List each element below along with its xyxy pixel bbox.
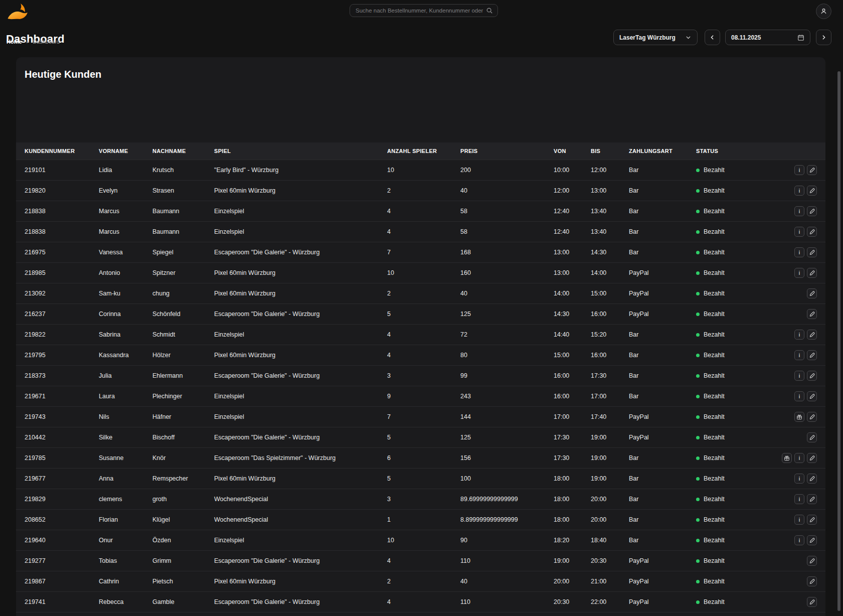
edit-button[interactable]	[807, 474, 817, 484]
edit-button[interactable]	[807, 494, 817, 504]
cell-nachname: Gamble	[152, 598, 214, 605]
info-button[interactable]: i	[794, 165, 804, 175]
table-row: 219677AnnaRemspecherPixel 60min Würzburg…	[16, 468, 825, 489]
info-button[interactable]: i	[794, 268, 804, 278]
edit-button[interactable]	[807, 453, 817, 463]
cell-nachname: Bischoff	[152, 434, 214, 441]
info-button[interactable]: i	[794, 350, 804, 360]
cell-vorname: Corinna	[99, 311, 152, 318]
status-label: Bezahlt	[704, 496, 725, 503]
edit-button[interactable]	[807, 350, 817, 360]
cell-von: 18:00	[554, 516, 591, 523]
info-button[interactable]: i	[794, 227, 804, 237]
info-button[interactable]: i	[794, 391, 804, 401]
user-account-button[interactable]	[816, 4, 831, 19]
column-header: BIS	[591, 148, 629, 154]
info-button[interactable]: i	[794, 453, 804, 463]
info-button[interactable]: i	[794, 186, 804, 196]
info-button[interactable]: i	[794, 494, 804, 504]
cell-zahlungsart: PayPal	[629, 413, 696, 420]
gift-button[interactable]	[782, 453, 792, 463]
cell-preis: 99	[460, 372, 554, 379]
cell-von: 17:30	[554, 434, 591, 441]
edit-button[interactable]	[807, 330, 817, 340]
section-title: Heutige Kunden	[25, 69, 101, 80]
search-input[interactable]	[355, 7, 486, 14]
info-button[interactable]: i	[794, 206, 804, 216]
cell-preis: 125	[460, 434, 554, 441]
edit-button[interactable]	[807, 247, 817, 257]
cell-spiel: Pixel 60min Würzburg	[214, 578, 387, 585]
vertical-scrollbar[interactable]	[837, 71, 840, 611]
info-button[interactable]: i	[794, 535, 804, 545]
edit-button[interactable]	[807, 597, 817, 607]
edit-button[interactable]	[807, 268, 817, 278]
next-day-button[interactable]	[816, 30, 831, 45]
table-row: 219785SusanneKnörEscaperoom "Das Spielzi…	[16, 447, 825, 468]
previous-day-button[interactable]	[705, 30, 720, 45]
edit-button[interactable]	[807, 288, 817, 298]
cell-kundennummer: 219829	[25, 496, 99, 503]
cell-preis: 243	[460, 393, 554, 400]
cell-kundennummer: 219820	[25, 187, 99, 194]
cell-zahlungsart: Bar	[629, 208, 696, 215]
edit-button[interactable]	[807, 206, 817, 216]
status-label: Bezahlt	[704, 557, 725, 564]
row-actions: i	[777, 515, 817, 525]
cell-zahlungsart: Bar	[629, 187, 696, 194]
cell-zahlungsart: Bar	[629, 537, 696, 544]
info-icon: i	[799, 394, 800, 399]
edit-button[interactable]	[807, 391, 817, 401]
cell-vorname: Susanne	[99, 454, 152, 461]
cell-nachname: Strasen	[152, 187, 214, 194]
cell-nachname: Klügel	[152, 516, 214, 523]
gift-button[interactable]	[794, 412, 804, 422]
cell-nachname: Remspecher	[152, 475, 214, 482]
edit-button[interactable]	[807, 227, 817, 237]
status-paid-dot	[696, 477, 700, 481]
edit-button[interactable]	[807, 535, 817, 545]
column-header: VON	[554, 148, 591, 154]
edit-button[interactable]	[807, 309, 817, 319]
cell-von: 19:00	[554, 557, 591, 564]
info-button[interactable]: i	[794, 515, 804, 525]
breadcrumb: Home » Dashboard	[7, 39, 60, 45]
breadcrumb-home-link[interactable]: Home	[7, 39, 22, 45]
edit-button[interactable]	[807, 371, 817, 381]
cell-kundennummer: 218985	[25, 269, 99, 276]
edit-button[interactable]	[807, 576, 817, 586]
pencil-icon	[809, 558, 815, 564]
edit-button[interactable]	[807, 432, 817, 442]
info-button[interactable]: i	[794, 330, 804, 340]
cell-spiel: Einzelspiel	[214, 208, 387, 215]
cell-zahlungsart: Bar	[629, 352, 696, 359]
cell-bis: 14:00	[591, 269, 629, 276]
edit-button[interactable]	[807, 556, 817, 566]
venue-select-value: LaserTag Würzburg	[619, 34, 676, 41]
date-picker[interactable]: 08.11.2025	[725, 30, 810, 45]
edit-button[interactable]	[807, 165, 817, 175]
cell-spiel: Pixel 60min Würzburg	[214, 269, 387, 276]
info-button[interactable]: i	[794, 474, 804, 484]
cell-von: 17:00	[554, 413, 591, 420]
row-actions: i	[777, 268, 817, 278]
cell-vorname: Florian	[99, 516, 152, 523]
cell-spiel: Einzelspiel	[214, 331, 387, 338]
cell-spiel: Pixel 60min Würzburg	[214, 187, 387, 194]
edit-button[interactable]	[807, 412, 817, 422]
venue-select[interactable]: LaserTag Würzburg	[613, 30, 698, 45]
edit-button[interactable]	[807, 186, 817, 196]
info-button[interactable]: i	[794, 371, 804, 381]
info-button[interactable]: i	[794, 247, 804, 257]
cell-spiel: Escaperoom "Die Galerie" - Würzburg	[214, 372, 387, 379]
cell-anzahl: 4	[387, 598, 460, 605]
cell-zahlungsart: Bar	[629, 331, 696, 338]
table-row: 210442SilkeBischoffEscaperoom "Die Galer…	[16, 427, 825, 447]
edit-button[interactable]	[807, 515, 817, 525]
cell-zahlungsart: Bar	[629, 475, 696, 482]
pencil-icon	[809, 352, 815, 358]
cell-spiel: WochenendSpecial	[214, 516, 387, 523]
cell-von: 12:00	[554, 187, 591, 194]
cell-spiel: Einzelspiel	[214, 537, 387, 544]
cell-kundennummer: 218838	[25, 228, 99, 235]
